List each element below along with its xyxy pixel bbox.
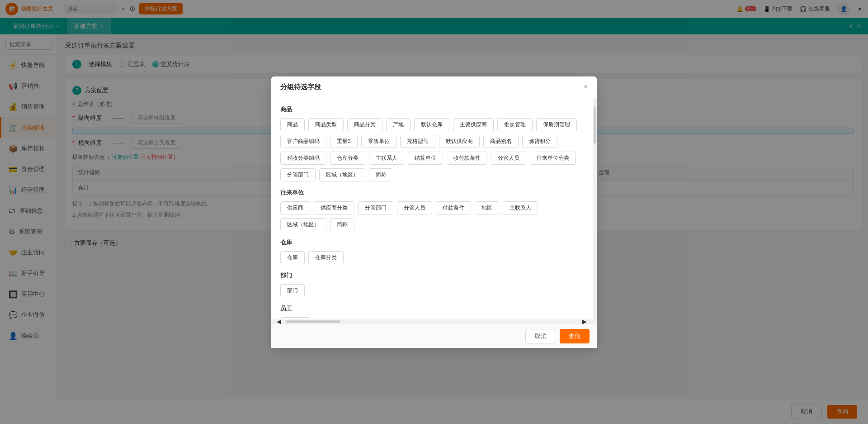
section-dept: 部门 部门 xyxy=(280,272,584,297)
field-tag-payment-cond[interactable]: 付款条件 xyxy=(436,201,471,214)
modal-vscroll-thumb xyxy=(594,107,596,143)
field-tag-region2[interactable]: 区域（地区） xyxy=(280,218,326,231)
field-tag-partner-dept[interactable]: 分管部门 xyxy=(358,201,393,214)
field-tag-warehouse-category[interactable]: 仓库分类 xyxy=(330,152,365,165)
modal-scroll-area: 商品 商品 商品类型 商品分类 产地 默认仓库 主要供应商 批次管理 保质期管理… xyxy=(271,98,597,319)
modal-hscroll-thumb xyxy=(286,320,340,323)
section-warehouse-title: 仓库 xyxy=(280,238,584,247)
field-tag-origin[interactable]: 产地 xyxy=(386,118,410,131)
field-tag-dept[interactable]: 分管部门 xyxy=(280,168,316,181)
field-tag-weight3[interactable]: 重量3 xyxy=(330,135,358,148)
section-partner-tags: 供应商 供应商分类 分管部门 分管人员 付款条件 地区 主联系人 区域（地区） … xyxy=(280,201,584,231)
section-partner: 往来单位 供应商 供应商分类 分管部门 分管人员 付款条件 地区 主联系人 区域… xyxy=(280,189,584,231)
modal-cancel-button[interactable]: 取消 xyxy=(525,329,556,343)
field-tag-main-contact[interactable]: 主联系人 xyxy=(369,152,404,165)
field-tag-tax-code[interactable]: 税收分类编码 xyxy=(280,152,326,165)
field-tag-points[interactable]: 炼货积分 xyxy=(522,135,557,148)
section-product-tags: 商品 商品类型 商品分类 产地 默认仓库 主要供应商 批次管理 保质期管理 客户… xyxy=(280,118,584,181)
field-tag-batch-mgmt[interactable]: 批次管理 xyxy=(497,118,533,131)
field-tag-supplier[interactable]: 供应商 xyxy=(280,201,310,214)
field-tag-default-supplier[interactable]: 默认供应商 xyxy=(439,135,480,148)
modal-header: 分组待选字段 × xyxy=(271,76,597,98)
modal-hscrollbar-area[interactable]: ◀ ▶ xyxy=(271,319,597,324)
modal-title: 分组待选字段 xyxy=(280,83,321,91)
field-tag-department[interactable]: 部门 xyxy=(280,284,305,297)
section-dept-title: 部门 xyxy=(280,272,584,280)
modal-footer: 取消 查询 xyxy=(271,324,597,348)
field-tag-expiry-mgmt[interactable]: 保质期管理 xyxy=(536,118,577,131)
modal-overlay: 分组待选字段 × 商品 商品 商品类型 商品分类 产地 默认仓库 主要供应商 批… xyxy=(0,0,868,424)
field-tag-short-name[interactable]: 简称 xyxy=(369,168,393,181)
field-tag-region[interactable]: 区域（地区） xyxy=(319,168,365,181)
field-tag-main-supplier[interactable]: 主要供应商 xyxy=(453,118,494,131)
section-partner-title: 往来单位 xyxy=(280,189,584,197)
field-tag-partner-manager[interactable]: 分管人员 xyxy=(397,201,432,214)
section-staff: 员工 业务员 xyxy=(280,305,584,319)
field-tag-product[interactable]: 商品 xyxy=(280,118,305,131)
field-tag-retail-unit[interactable]: 零售单位 xyxy=(361,135,396,148)
field-tag-manager[interactable]: 分管人员 xyxy=(491,152,526,165)
field-tag-default-warehouse[interactable]: 默认仓库 xyxy=(414,118,449,131)
modal-vscrollbar[interactable] xyxy=(593,98,597,319)
field-tag-product-alias[interactable]: 商品别名 xyxy=(483,135,519,148)
section-warehouse-tags: 仓库 仓库分类 xyxy=(280,251,584,264)
modal-content: 商品 商品 商品类型 商品分类 产地 默认仓库 主要供应商 批次管理 保质期管理… xyxy=(271,98,593,319)
section-dept-tags: 部门 xyxy=(280,284,584,297)
field-tag-short-name2[interactable]: 简称 xyxy=(330,218,354,231)
field-tag-product-type[interactable]: 商品类型 xyxy=(308,118,344,131)
field-tag-warehouse-cat[interactable]: 仓库分类 xyxy=(308,251,344,264)
section-product-title: 商品 xyxy=(280,105,584,114)
modal-close-button[interactable]: × xyxy=(584,83,588,91)
field-tag-supplier-category[interactable]: 供应商分类 xyxy=(314,201,354,214)
section-staff-title: 员工 xyxy=(280,305,584,313)
section-product: 商品 商品 商品类型 商品分类 产地 默认仓库 主要供应商 批次管理 保质期管理… xyxy=(280,105,584,181)
field-tag-warehouse[interactable]: 仓库 xyxy=(280,251,305,264)
field-tag-settlement-unit[interactable]: 结算单位 xyxy=(408,152,443,165)
field-tag-payment-terms[interactable]: 收付款条件 xyxy=(447,152,487,165)
field-tag-product-category[interactable]: 商品分类 xyxy=(347,118,382,131)
section-warehouse: 仓库 仓库 仓库分类 xyxy=(280,238,584,264)
field-tag-spec-model[interactable]: 规格型号 xyxy=(400,135,435,148)
field-tag-customer-code[interactable]: 客户商品编码 xyxy=(280,135,326,148)
modal-dialog: 分组待选字段 × 商品 商品 商品类型 商品分类 产地 默认仓库 主要供应商 批… xyxy=(271,76,597,348)
modal-confirm-button[interactable]: 查询 xyxy=(560,329,590,343)
field-tag-area[interactable]: 地区 xyxy=(475,201,499,214)
field-tag-partner-category[interactable]: 往来单位分类 xyxy=(530,152,576,165)
field-tag-main-contact2[interactable]: 主联系人 xyxy=(503,201,538,214)
